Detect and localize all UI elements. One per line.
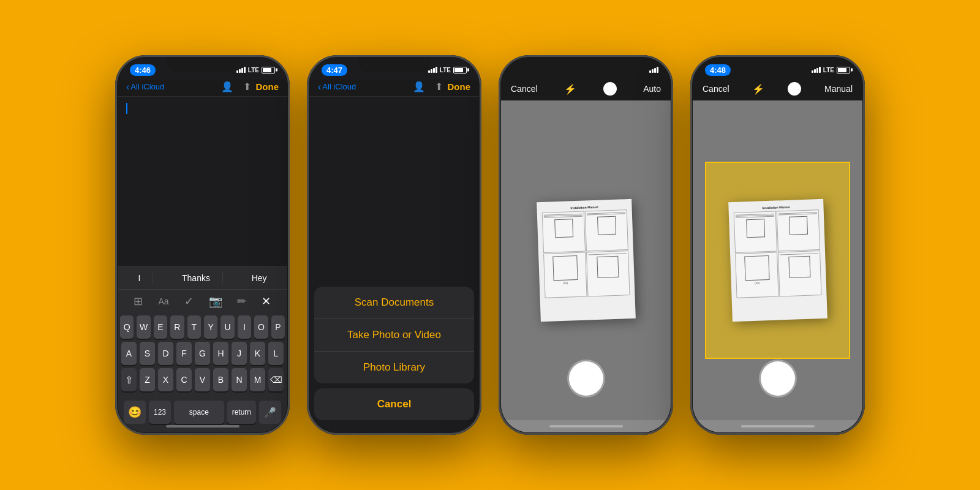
- status-icons: LTE: [428, 67, 467, 74]
- keyboard-bottom: 😊 123 space return 🎤: [118, 397, 287, 428]
- user-icon[interactable]: 👤: [413, 81, 425, 92]
- key-l[interactable]: L: [268, 342, 284, 365]
- sb2: [814, 69, 816, 73]
- signal-bar-3: [433, 68, 435, 73]
- key-q[interactable]: Q: [120, 315, 134, 339]
- lte-label: LTE: [248, 67, 259, 74]
- share-icon[interactable]: ⬆: [435, 81, 443, 92]
- key-o[interactable]: O: [254, 315, 268, 339]
- camera-view-scanned: Installation Manual: [693, 100, 862, 420]
- color-picker[interactable]: [603, 82, 617, 96]
- note-area[interactable]: [118, 97, 287, 266]
- autocomplete-1[interactable]: I: [126, 272, 153, 284]
- key-p[interactable]: P: [271, 315, 285, 339]
- close-icon[interactable]: ✕: [262, 295, 271, 308]
- sb3: [654, 68, 656, 73]
- camera-top-bar: Cancel ⚡ Auto: [501, 80, 671, 100]
- doc-grid: (XS): [541, 209, 630, 298]
- flash-icon[interactable]: ⚡: [752, 83, 764, 95]
- battery-icon: [837, 67, 850, 74]
- nav-icons: 👤 ⬆: [221, 81, 251, 92]
- camera-top-bar: Cancel ⚡ Manual: [693, 80, 862, 100]
- key-v[interactable]: V: [195, 368, 210, 391]
- cancel-button[interactable]: Cancel: [314, 388, 474, 420]
- share-icon[interactable]: ⬆: [243, 81, 251, 92]
- scan-document: Installation Manual: [537, 199, 636, 322]
- space-key[interactable]: space: [174, 401, 224, 424]
- done-button[interactable]: Done: [448, 81, 471, 92]
- mode-button[interactable]: Auto: [643, 84, 661, 94]
- shutter-button[interactable]: [569, 361, 603, 396]
- color-picker[interactable]: [788, 82, 801, 96]
- key-c[interactable]: C: [176, 368, 192, 391]
- battery-fill: [838, 68, 846, 72]
- pencil-icon[interactable]: ✏: [237, 295, 246, 308]
- home-bar-area: [118, 428, 287, 432]
- emoji-key[interactable]: 😊: [124, 401, 146, 424]
- key-z[interactable]: Z: [140, 368, 155, 391]
- keyboard-row-1: Q W E R T Y U I O P: [120, 315, 285, 339]
- home-indicator: [741, 425, 815, 428]
- mic-key[interactable]: 🎤: [259, 401, 281, 424]
- phone2-screen: 4:47 LTE: [309, 58, 479, 432]
- user-icon[interactable]: 👤: [221, 81, 233, 92]
- key-j[interactable]: J: [232, 342, 247, 365]
- key-f[interactable]: F: [176, 342, 192, 365]
- key-b[interactable]: B: [213, 368, 228, 391]
- key-y[interactable]: Y: [204, 315, 217, 339]
- notch: [549, 55, 623, 72]
- key-g[interactable]: G: [195, 342, 210, 365]
- key-a[interactable]: A: [121, 342, 137, 365]
- key-r[interactable]: R: [170, 315, 184, 339]
- key-t[interactable]: T: [187, 315, 201, 339]
- notch: [358, 55, 431, 72]
- key-s[interactable]: S: [140, 342, 155, 365]
- document-on-surface: Installation Manual: [537, 199, 636, 322]
- return-key[interactable]: return: [227, 401, 256, 424]
- phones-container: 4:46 LTE: [115, 55, 865, 435]
- key-m[interactable]: M: [250, 368, 265, 391]
- nav-icons: 👤 ⬆: [413, 81, 443, 92]
- home-indicator: [166, 425, 239, 428]
- key-d[interactable]: D: [158, 342, 173, 365]
- back-button[interactable]: ‹ All iCloud: [126, 81, 164, 92]
- mode-button[interactable]: Manual: [824, 84, 853, 94]
- signal-bars: [649, 67, 658, 73]
- key-w[interactable]: W: [137, 315, 150, 339]
- key-u[interactable]: U: [221, 315, 234, 339]
- diagram-box-4: [597, 256, 619, 278]
- key-h[interactable]: H: [213, 342, 228, 365]
- photo-library-item[interactable]: Photo Library: [314, 352, 474, 383]
- cancel-button[interactable]: Cancel: [703, 84, 729, 94]
- doc-cell-2: [584, 209, 628, 251]
- scan-documents-item[interactable]: Scan Documents: [314, 287, 474, 319]
- phone1-screen: 4:46 LTE: [118, 58, 287, 432]
- shutter-button[interactable]: [761, 361, 795, 396]
- safe-area: [309, 428, 479, 432]
- delete-key[interactable]: ⌫: [268, 368, 284, 391]
- check-icon[interactable]: ✓: [184, 295, 194, 308]
- take-photo-item[interactable]: Take Photo or Video: [314, 319, 474, 352]
- key-n[interactable]: N: [232, 368, 247, 391]
- cancel-button[interactable]: Cancel: [511, 84, 538, 94]
- format-icon[interactable]: Aa: [158, 296, 168, 306]
- doc-grid: (XS): [733, 209, 821, 298]
- autocomplete-3[interactable]: Hey: [239, 272, 279, 284]
- done-button[interactable]: Done: [256, 81, 279, 92]
- numbers-key[interactable]: 123: [149, 401, 171, 424]
- key-k[interactable]: K: [250, 342, 265, 365]
- key-i[interactable]: I: [238, 315, 251, 339]
- back-label: All iCloud: [322, 82, 356, 91]
- table-icon[interactable]: ⊞: [134, 295, 143, 308]
- flash-icon[interactable]: ⚡: [564, 83, 576, 95]
- shift-key[interactable]: ⇧: [121, 368, 137, 391]
- signal-bar-1: [236, 70, 238, 73]
- sb4: [819, 67, 821, 73]
- back-button[interactable]: ‹ All iCloud: [318, 81, 356, 92]
- key-e[interactable]: E: [154, 315, 167, 339]
- autocomplete-2[interactable]: Thanks: [170, 272, 223, 284]
- camera-icon[interactable]: 📷: [209, 295, 222, 308]
- document-on-surface: Installation Manual: [728, 199, 827, 322]
- key-x[interactable]: X: [158, 368, 173, 391]
- doc-cell-1: [733, 211, 777, 253]
